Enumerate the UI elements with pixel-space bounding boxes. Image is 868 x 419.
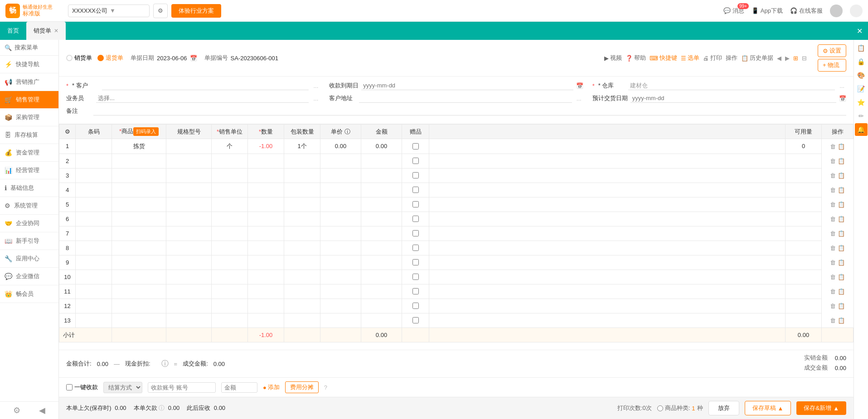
cell-barcode[interactable]: [76, 226, 112, 241]
delete-icon[interactable]: 🗑: [830, 274, 836, 280]
calendar-icon-expected[interactable]: 📅: [839, 95, 846, 102]
sidebar-item-purchase[interactable]: 📦 采购管理: [0, 109, 58, 126]
product-type[interactable]: 商品种类: 1 种: [657, 404, 703, 412]
copy-icon[interactable]: 📋: [838, 216, 845, 222]
cell-gift[interactable]: [402, 241, 429, 255]
cell-gift[interactable]: [402, 139, 429, 154]
cell-qty[interactable]: [248, 197, 284, 212]
avatar[interactable]: [830, 5, 843, 17]
cell-price[interactable]: [320, 212, 361, 226]
delete-icon[interactable]: 🗑: [830, 317, 836, 324]
message-button[interactable]: 💬 消息 99+: [723, 7, 744, 15]
cell-product[interactable]: [112, 241, 166, 255]
cell-desc[interactable]: [429, 299, 786, 313]
copy-icon[interactable]: 📋: [838, 201, 845, 208]
cell-unit[interactable]: [212, 313, 248, 328]
rs-notes-icon[interactable]: 📋: [855, 42, 868, 54]
cell-gift[interactable]: [402, 226, 429, 241]
cell-packqty[interactable]: [284, 197, 320, 212]
gift-checkbox[interactable]: [412, 172, 419, 178]
cell-qty[interactable]: -1.00: [248, 139, 284, 154]
app-download-button[interactable]: 📱 App下载: [752, 7, 783, 15]
print-action[interactable]: 🖨 打印: [703, 54, 722, 62]
avatar-extra[interactable]: [850, 5, 863, 17]
salesperson-dots[interactable]: ...: [311, 95, 320, 102]
cell-desc[interactable]: [429, 270, 786, 284]
cell-packqty[interactable]: [284, 154, 320, 168]
th-spec[interactable]: 规格型号: [166, 125, 212, 139]
cell-gift[interactable]: [402, 197, 429, 212]
gift-checkbox[interactable]: [412, 201, 419, 207]
cell-qty[interactable]: [248, 183, 284, 197]
doc-no-value[interactable]: SA-20230606-001: [231, 55, 279, 62]
cell-packqty[interactable]: [284, 168, 320, 183]
delete-icon[interactable]: 🗑: [830, 216, 836, 222]
radio-return-order[interactable]: 退货单: [97, 54, 123, 62]
cell-spec[interactable]: [166, 197, 212, 212]
copy-icon[interactable]: 📋: [838, 317, 845, 324]
cell-desc[interactable]: [429, 313, 786, 328]
cell-product[interactable]: [112, 299, 166, 313]
shortcuts-action[interactable]: ⌨ 快捷键: [650, 54, 677, 62]
cell-amount[interactable]: [361, 241, 402, 255]
cell-price[interactable]: [320, 284, 361, 299]
cell-price[interactable]: 0.00: [320, 139, 361, 154]
date-value[interactable]: 2023-06-06: [157, 55, 187, 62]
gift-checkbox[interactable]: [412, 288, 419, 294]
prev-icon[interactable]: ◀: [777, 55, 781, 62]
cell-desc[interactable]: [429, 226, 786, 241]
gift-checkbox[interactable]: [412, 245, 419, 251]
expense-split-button[interactable]: 费用分摊: [285, 381, 319, 393]
cell-price[interactable]: [320, 299, 361, 313]
sidebar-item-app-center[interactable]: 🔧 应用中心: [0, 250, 58, 268]
cell-barcode[interactable]: [76, 212, 112, 226]
cell-amount[interactable]: [361, 168, 402, 183]
cell-spec[interactable]: [166, 241, 212, 255]
cell-amount[interactable]: [361, 183, 402, 197]
delete-icon[interactable]: 🗑: [830, 259, 836, 266]
cell-amount[interactable]: [361, 270, 402, 284]
cell-price[interactable]: [320, 255, 361, 270]
sidebar-settings-button[interactable]: ⚙: [13, 405, 20, 415]
calendar-icon[interactable]: 📅: [190, 55, 197, 62]
cell-unit[interactable]: [212, 284, 248, 299]
cell-spec[interactable]: [166, 313, 212, 328]
cell-packqty[interactable]: [284, 212, 320, 226]
cell-barcode[interactable]: [76, 168, 112, 183]
cell-barcode[interactable]: [76, 139, 112, 154]
cell-unit[interactable]: 个: [212, 139, 248, 154]
gift-checkbox[interactable]: [412, 216, 419, 222]
radio-sales-order[interactable]: 销货单: [66, 54, 92, 62]
cell-amount[interactable]: [361, 255, 402, 270]
delete-icon[interactable]: 🗑: [830, 172, 836, 179]
copy-icon[interactable]: 📋: [838, 230, 845, 237]
delete-icon[interactable]: 🗑: [830, 201, 836, 208]
settings-gear-button[interactable]: ⚙: [153, 4, 168, 18]
th-product[interactable]: *商品扫码录入: [112, 125, 166, 139]
copy-icon[interactable]: 📋: [838, 143, 845, 150]
th-barcode[interactable]: 条码: [76, 125, 112, 139]
sidebar-collapse-button[interactable]: ◀: [39, 405, 45, 415]
cell-packqty[interactable]: [284, 226, 320, 241]
cell-gift[interactable]: [402, 284, 429, 299]
cell-qty[interactable]: [248, 284, 284, 299]
cell-spec[interactable]: [166, 168, 212, 183]
sidebar-item-sales[interactable]: 🛒 销售管理: [0, 91, 58, 109]
form-settings-button[interactable]: ⚙ 设置: [818, 44, 846, 57]
delete-icon[interactable]: 🗑: [830, 158, 836, 164]
copy-icon[interactable]: 📋: [838, 187, 845, 193]
cell-desc[interactable]: [429, 154, 786, 168]
cell-spec[interactable]: [166, 299, 212, 313]
cell-spec[interactable]: [166, 284, 212, 299]
cell-desc[interactable]: [429, 241, 786, 255]
cell-desc[interactable]: [429, 168, 786, 183]
cell-amount[interactable]: [361, 299, 402, 313]
cell-amount[interactable]: [361, 154, 402, 168]
gift-checkbox[interactable]: [412, 259, 419, 265]
cell-unit[interactable]: [212, 255, 248, 270]
cell-unit[interactable]: [212, 212, 248, 226]
customer-dots[interactable]: ...: [311, 82, 320, 89]
cell-packqty[interactable]: [284, 183, 320, 197]
sidebar-item-basic-info[interactable]: ℹ 基础信息: [0, 179, 58, 197]
copy-icon[interactable]: 📋: [838, 274, 845, 280]
